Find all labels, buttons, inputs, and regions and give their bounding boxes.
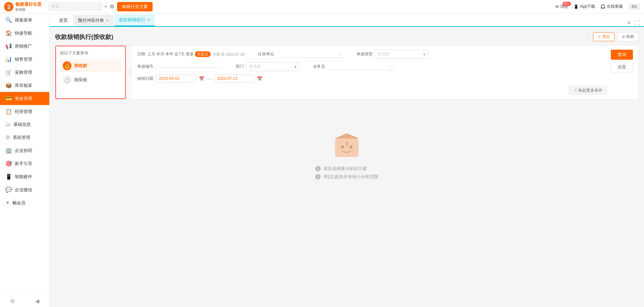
sidebar-label-cooperation: 企业协同: [15, 148, 32, 154]
tab-home[interactable]: 首页: [54, 15, 73, 26]
empty-state: ? 1 请先选择要分析的方案 2 用[过滤]条件来缩小分析范围: [55, 103, 639, 193]
salesperson-input[interactable]: ···: [327, 63, 394, 70]
tab-prepay[interactable]: 预付冲应付单 ✕: [73, 15, 114, 26]
sidebar-item-basic-info[interactable]: 🗂 基础信息: [0, 118, 49, 131]
sidebar-item-guide[interactable]: 🎯 新手引导: [0, 157, 49, 170]
tip-num-2: 2: [315, 174, 321, 180]
empty-tip-2-text: 用[过滤]条件来缩小分析范围: [323, 174, 378, 180]
writeoff-cal-start[interactable]: 📅: [199, 76, 204, 81]
topbar-right: ✉ 消息 99+ 📱 App下载 🎧 在线客服 Rit: [555, 3, 640, 10]
voucher-no-input[interactable]: [155, 65, 222, 68]
sidebar-item-system[interactable]: ⚙ 系统管理: [0, 131, 49, 144]
sidebar-item-marketing[interactable]: 📢 营销推广: [0, 40, 49, 53]
app-download-label: App下载: [580, 4, 595, 9]
counterparty-input[interactable]: ···: [276, 51, 343, 58]
date-tab-custom[interactable]: 自定义: [195, 51, 211, 57]
sidebar: 🔍 搜索菜单 🏠 快捷导航 📢 营销推广 📊 销售管理 🛒 采购管理 📦 库存核…: [0, 13, 50, 307]
writeoff-date-label: 核销日期: [137, 76, 153, 82]
writeoff-end-input[interactable]: [214, 74, 254, 83]
sidebar-item-inventory[interactable]: 📦 库存核算: [0, 79, 49, 92]
gear-icon[interactable]: ⚙: [110, 3, 114, 10]
voucher-type-chevron: ▾: [423, 52, 425, 57]
business-icon: 📋: [5, 108, 12, 115]
date-tab-more[interactable]: 更多: [186, 51, 194, 57]
filter-plan-panel: 按以下方案查询 💰 按收款 🕐 按应收: [55, 46, 126, 99]
voucher-type-select[interactable]: 请选择 ▾: [375, 50, 428, 59]
user-avatar[interactable]: Rit: [628, 3, 640, 10]
date-tab-this-month[interactable]: 本月: [156, 51, 164, 57]
marketing-icon: 📢: [5, 43, 12, 49]
query-button[interactable]: 查询: [611, 50, 633, 60]
sidebar-label-business: 经营管理: [15, 109, 32, 115]
tab-receipt-writeoff[interactable]: 收款核销执行 ✕: [114, 14, 155, 26]
sidebar-item-business[interactable]: 📋 经营管理: [0, 105, 49, 118]
sidebar-item-member[interactable]: ✦ 畅会员: [0, 196, 49, 209]
sidebar-label-sales: 销售管理: [15, 56, 32, 62]
sidebar-label-marketing: 营销推广: [15, 43, 32, 49]
filter-collapse-arrow[interactable]: 《: [126, 46, 132, 99]
sidebar-item-wechat[interactable]: 💬 企业微信: [0, 183, 49, 196]
sidebar-item-cooperation[interactable]: 🏢 企业协同: [0, 144, 49, 157]
filter-counterparty-field: 往来单位 ···: [258, 51, 343, 58]
filter-option-receivable[interactable]: 🕐 按应收: [60, 73, 121, 86]
counterparty-more-icon[interactable]: ···: [338, 52, 342, 56]
page-title-bar: 收款核销执行(按收款) ↗ 导出 ↺ 刷新: [55, 32, 639, 41]
date-tab-7days[interactable]: 近7天: [174, 51, 185, 57]
filter-fields: 日期 上月 本月 本年 近7天 更多 自定义: [137, 50, 607, 95]
tab-expand-icon[interactable]: ⛶: [635, 20, 640, 26]
sidebar-item-hardware[interactable]: 📱 智能硬件: [0, 170, 49, 183]
filter-department-field: 部门 请选择 ▾: [236, 62, 300, 71]
tab-bar: 首页 预付冲应付单 ✕ 收款核销执行 ✕ ✕ ⛶: [50, 13, 644, 27]
message-badge: 99+: [562, 2, 571, 6]
tab-bar-actions: ✕ ⛶: [627, 20, 640, 26]
voucher-type-placeholder: 请选择: [378, 51, 390, 57]
date-tab-this-year[interactable]: 本年: [165, 51, 173, 57]
tab-receipt-writeoff-close[interactable]: ✕: [147, 18, 150, 22]
sidebar-item-search[interactable]: 🔍 搜索菜单: [0, 13, 49, 27]
salesperson-more-icon[interactable]: ···: [389, 64, 393, 69]
sidebar-label-finance: 资金管理: [15, 96, 32, 102]
finance-icon: 💳: [5, 95, 12, 102]
svg-marker-1: [335, 134, 359, 139]
solution-button[interactable]: 体验行业方案: [117, 2, 153, 11]
sidebar-label-quick-nav: 快捷导航: [15, 30, 32, 36]
dept-chevron: ▾: [294, 64, 297, 69]
page-content: 收款核销执行(按收款) ↗ 导出 ↺ 刷新 按以下方案查询: [50, 27, 644, 307]
search-icon: 🔍: [5, 17, 12, 23]
collapse-more-button[interactable]: 《 收起更多条件: [569, 86, 607, 95]
writeoff-cal-end[interactable]: 📅: [257, 76, 262, 81]
dropdown-icon[interactable]: ▾: [105, 4, 107, 9]
member-icon: ✦: [5, 200, 10, 206]
empty-tip-2: 2 用[过滤]条件来缩小分析范围: [315, 174, 378, 180]
sidebar-settings-icon[interactable]: ⚙: [10, 298, 15, 304]
tab-prepay-close[interactable]: ✕: [106, 18, 109, 23]
sidebar-item-sales[interactable]: 📊 销售管理: [0, 53, 49, 66]
sidebar-item-purchase[interactable]: 🛒 采购管理: [0, 66, 49, 79]
online-service-item[interactable]: 🎧 在线客服: [600, 4, 623, 9]
wechat-icon: 💬: [5, 187, 12, 193]
app-download-item[interactable]: 📱 App下载: [574, 4, 595, 9]
empty-tip-1: 1 请先选择要分析的方案: [315, 166, 378, 172]
sidebar-label-hardware: 智能硬件: [15, 174, 32, 180]
writeoff-start-input[interactable]: [156, 74, 196, 83]
sidebar-bottom-bar: ⚙ ◀: [0, 295, 49, 307]
sidebar-collapse-icon[interactable]: ◀: [35, 298, 39, 304]
sidebar-item-quick-nav[interactable]: 🏠 快捷导航: [0, 27, 49, 40]
search-box[interactable]: 搜索...: [48, 2, 102, 11]
filter-receipt-label: 按收款: [74, 63, 87, 69]
filter-option-receipt[interactable]: 💰 按收款: [60, 59, 121, 72]
department-select[interactable]: 请选择 ▾: [246, 62, 300, 71]
tab-close-all-icon[interactable]: ✕: [627, 20, 631, 26]
tab-prepay-label: 预付冲应付单: [78, 17, 104, 23]
refresh-button[interactable]: ↺ 刷新: [617, 32, 639, 41]
filter-receipt-icon: 💰: [63, 61, 71, 70]
message-item[interactable]: ✉ 消息 99+: [555, 4, 568, 9]
export-button[interactable]: ↗ 导出: [593, 32, 614, 41]
empty-illustration: ?: [327, 123, 367, 160]
empty-svg: ?: [327, 123, 367, 160]
date-tab-last-month[interactable]: 上月: [147, 51, 155, 57]
setting-button[interactable]: 设置: [611, 62, 633, 72]
main-layout: 🔍 搜索菜单 🏠 快捷导航 📢 营销推广 📊 销售管理 🛒 采购管理 📦 库存核…: [0, 13, 644, 307]
sidebar-item-finance[interactable]: 💳 资金管理: [0, 92, 49, 105]
sidebar-bottom: ⚙ ◀: [0, 295, 49, 307]
